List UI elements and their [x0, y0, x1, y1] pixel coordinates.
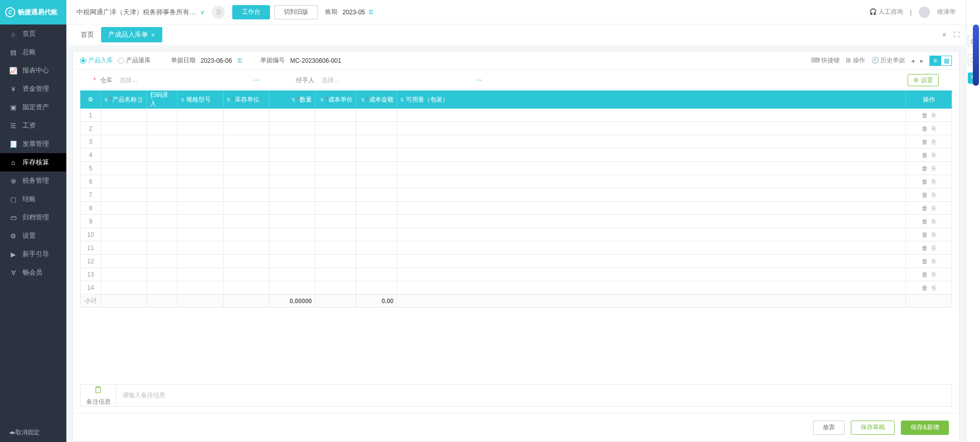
row-copy-icon[interactable]: ⎘	[932, 205, 936, 212]
cell-qty[interactable]	[270, 188, 315, 202]
row-copy-icon[interactable]: ⎘	[932, 271, 936, 278]
sidebar-item-9[interactable]: ▢结账	[0, 190, 66, 208]
cell-spec[interactable]	[178, 255, 224, 268]
cell-price[interactable]	[315, 281, 356, 294]
cell-unit[interactable]	[224, 122, 270, 135]
table-row[interactable]: 9🗑⎘	[81, 215, 952, 228]
cell-name[interactable]	[101, 241, 147, 255]
cell-spec[interactable]	[178, 109, 224, 122]
cell-scan[interactable]	[147, 241, 178, 255]
cell-name[interactable]	[101, 202, 147, 215]
cell-scan[interactable]	[147, 162, 178, 175]
cell-unit[interactable]	[224, 215, 270, 228]
cell-name[interactable]	[101, 255, 147, 268]
cell-name[interactable]	[101, 188, 147, 202]
row-delete-icon[interactable]: 🗑	[922, 218, 928, 225]
user-name[interactable]: 徐泽华	[937, 8, 955, 16]
cell-avail[interactable]	[397, 188, 906, 202]
row-copy-icon[interactable]: ⎘	[932, 152, 936, 159]
table-row[interactable]: 4🗑⎘	[81, 149, 952, 162]
cell-qty[interactable]	[270, 202, 315, 215]
th-spec[interactable]: ⇅规格型号	[178, 91, 224, 109]
sidebar-item-3[interactable]: ¥资金管理	[0, 80, 66, 98]
cell-spec[interactable]	[178, 215, 224, 228]
discard-button[interactable]: 放弃	[813, 421, 845, 435]
row-delete-icon[interactable]: 🗑	[922, 138, 928, 145]
cell-amount[interactable]	[356, 109, 397, 122]
row-copy-icon[interactable]: ⎘	[932, 165, 936, 172]
th-unit[interactable]: ⇅*库存单位	[224, 91, 270, 109]
cell-unit[interactable]	[224, 188, 270, 202]
sidebar-item-8[interactable]: ⊕税务管理	[0, 171, 66, 190]
sidebar-item-13[interactable]: ∀畅会员	[0, 263, 66, 282]
cell-spec[interactable]	[178, 162, 224, 175]
cell-amount[interactable]	[356, 162, 397, 175]
radio-product-in[interactable]: 产品入库	[80, 56, 113, 65]
cell-name[interactable]	[101, 135, 147, 149]
sidebar-item-12[interactable]: ▶新手引导	[0, 245, 66, 263]
cell-avail[interactable]	[397, 255, 906, 268]
cell-avail[interactable]	[397, 162, 906, 175]
table-row[interactable]: 8🗑⎘	[81, 202, 952, 215]
operate-button[interactable]: ⊞ 操作	[846, 56, 865, 65]
row-delete-icon[interactable]: 🗑	[922, 205, 928, 212]
tab-home[interactable]: 首页	[74, 27, 101, 42]
sidebar-item-1[interactable]: ▤总账	[0, 43, 66, 61]
cell-name[interactable]	[101, 215, 147, 228]
cell-name[interactable]	[101, 228, 147, 241]
cell-qty[interactable]	[270, 241, 315, 255]
save-new-button[interactable]: 保存&新增	[901, 421, 949, 435]
cell-scan[interactable]	[147, 149, 178, 162]
consult-link[interactable]: 🎧 人工咨询	[869, 8, 903, 16]
cell-unit[interactable]	[224, 268, 270, 281]
cell-amount[interactable]	[356, 215, 397, 228]
cell-amount[interactable]	[356, 281, 397, 294]
quick-key-button[interactable]: ⌨ 快捷键	[811, 56, 840, 65]
cell-qty[interactable]	[270, 122, 315, 135]
prev-doc-icon[interactable]: ◂	[911, 57, 914, 64]
sidebar-item-2[interactable]: 📈报表中心	[0, 61, 66, 80]
cell-unit[interactable]	[224, 281, 270, 294]
workspace-button[interactable]: 工作台	[232, 5, 270, 19]
table-row[interactable]: 6🗑⎘	[81, 175, 952, 188]
warehouse-select[interactable]: 选择…	[119, 76, 138, 85]
row-delete-icon[interactable]: 🗑	[922, 271, 928, 278]
cell-qty[interactable]	[270, 268, 315, 281]
sidebar-item-6[interactable]: 🧾发票管理	[0, 135, 66, 153]
avatar[interactable]	[919, 7, 930, 18]
cell-unit[interactable]	[224, 149, 270, 162]
cell-scan[interactable]	[147, 255, 178, 268]
th-scan[interactable]: 扫码录入	[147, 91, 178, 109]
cell-spec[interactable]	[178, 149, 224, 162]
cell-avail[interactable]	[397, 135, 906, 149]
cell-avail[interactable]	[397, 281, 906, 294]
cell-price[interactable]	[315, 175, 356, 188]
row-copy-icon[interactable]: ⎘	[932, 258, 936, 265]
cell-spec[interactable]	[178, 122, 224, 135]
sidebar-item-11[interactable]: ⚙设置	[0, 227, 66, 245]
sidebar-item-10[interactable]: 🗃归档管理	[0, 208, 66, 227]
cell-price[interactable]	[315, 228, 356, 241]
view-list-icon[interactable]: ≡	[929, 56, 941, 66]
cell-scan[interactable]	[147, 202, 178, 215]
settings-button[interactable]: ⚙ 设置	[908, 74, 939, 86]
sidebar-item-0[interactable]: ⌂首页	[0, 24, 66, 43]
th-name[interactable]: ⇅*产品名称 ⍰	[101, 91, 147, 109]
cell-price[interactable]	[315, 135, 356, 149]
row-delete-icon[interactable]: 🗑	[922, 165, 928, 172]
calendar-icon[interactable]: 🗓	[368, 9, 374, 16]
org-caret-icon[interactable]: ∨	[200, 9, 205, 16]
cell-amount[interactable]	[356, 122, 397, 135]
cell-unit[interactable]	[224, 202, 270, 215]
cell-spec[interactable]	[178, 202, 224, 215]
cell-unit[interactable]	[224, 228, 270, 241]
cell-price[interactable]	[315, 149, 356, 162]
cell-avail[interactable]	[397, 109, 906, 122]
cell-name[interactable]	[101, 281, 147, 294]
row-delete-icon[interactable]: 🗑	[922, 231, 928, 238]
cell-amount[interactable]	[356, 241, 397, 255]
cell-unit[interactable]	[224, 175, 270, 188]
row-copy-icon[interactable]: ⎘	[932, 178, 936, 185]
sidebar-item-4[interactable]: ▣固定资产	[0, 98, 66, 116]
th-qty[interactable]: ⇅*数量	[270, 91, 315, 109]
